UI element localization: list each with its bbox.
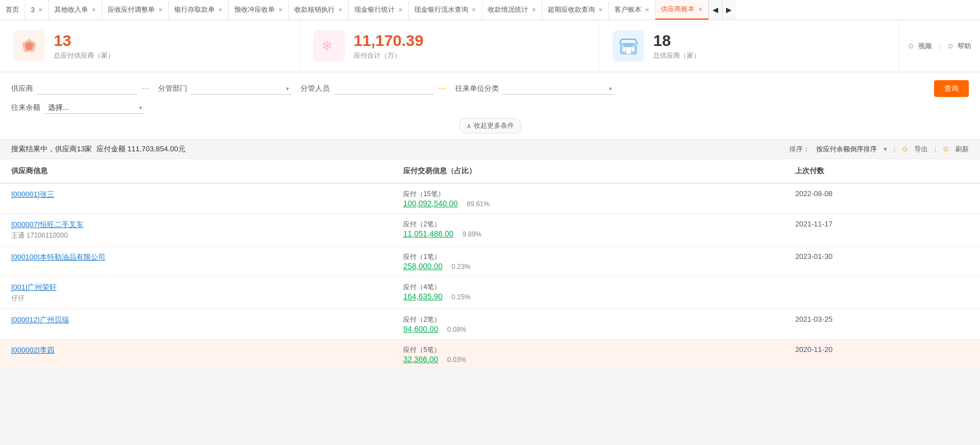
balance-select[interactable]: 选择...	[44, 101, 145, 114]
payable-total-amount: 11,170.39	[354, 31, 424, 50]
supplier-dots-icon[interactable]: ···	[142, 84, 149, 94]
supplier-link[interactable]: [001]广州荣轩	[11, 283, 57, 291]
tx-info-cell: 应付（2笔）94,600.000.08%	[392, 309, 784, 340]
nav-tab-bank-deposit[interactable]: 银行存取款单 ✕	[169, 0, 229, 20]
table-row: [000007]恒旺二手叉车王通 17106110000应付（2笔）11,051…	[0, 214, 980, 247]
close-icon[interactable]: ✕	[398, 7, 403, 13]
collapse-btn-label: 收起更多条件	[474, 121, 514, 131]
tx-amount[interactable]: 11,051,486.00	[403, 229, 454, 238]
close-icon[interactable]: ✕	[278, 7, 283, 13]
balance-select-wrap: 选择...	[44, 101, 145, 114]
dept-filter-label: 分管部门	[158, 84, 187, 94]
supplier-input[interactable]	[36, 82, 137, 95]
video-link[interactable]: 视频	[918, 41, 932, 51]
summary-card-total-suppliers: 18 总供应商（家）	[599, 20, 899, 72]
last-pay-date: 2021-03-25	[795, 315, 833, 323]
tx-info-cell: 应付（1笔）258,000.000.23%	[392, 247, 784, 277]
tx-amount[interactable]: 32,366.00	[403, 355, 438, 364]
collapse-button[interactable]: ∧ 收起更多条件	[459, 118, 521, 133]
tx-amount[interactable]: 164,635.90	[403, 292, 442, 301]
filter-area: 供应商 ··· 分管部门 分管人员 ··· 往来单位分类 查询	[0, 72, 980, 140]
close-icon[interactable]: ✕	[598, 7, 603, 13]
help-links: ⊙ 视频 ｜ ⊙ 帮助	[899, 20, 980, 72]
result-bar: 搜索结果中，供应商13家 应付金额 111,703,854.00元 排序： 按应…	[0, 140, 980, 159]
nav-tab-receipt-verify[interactable]: 收款核销执行 ✕	[289, 0, 349, 20]
dept-select[interactable]	[191, 82, 292, 95]
close-icon[interactable]: ✕	[91, 7, 96, 13]
nav-tab-cash-bank-flow[interactable]: 现金银行流水查询 ✕	[409, 0, 482, 20]
person-input[interactable]	[333, 82, 434, 95]
category-select[interactable]	[502, 82, 614, 95]
circle-icon2: ⊙	[947, 42, 953, 50]
category-filter-label: 往来单位分类	[455, 84, 499, 94]
supplier-link[interactable]: [000012]广州贝瑞	[11, 316, 69, 324]
nav-tab-overdue-ar[interactable]: 超期应收款查询 ✕	[542, 0, 609, 20]
supplier-link[interactable]: [000001]张三	[11, 190, 54, 198]
tx-info-cell: 应付（4笔）164,635.900.15%	[392, 277, 784, 309]
help-link[interactable]: 帮助	[958, 41, 971, 51]
refresh-button[interactable]: 刷新	[955, 145, 969, 154]
table-row: [000002]李四应付（5笔）32,366.000.03%2020-11-20	[0, 340, 980, 370]
nav-tab-other-income[interactable]: 其他收入单 ✕	[49, 0, 102, 20]
category-filter: 往来单位分类	[455, 82, 614, 95]
supplier-info-cell: [000007]恒旺二手叉车王通 17106110000	[0, 214, 392, 247]
query-button[interactable]: 查询	[934, 80, 969, 97]
category-select-wrap	[502, 82, 614, 95]
nav-tab-home[interactable]: 首页	[0, 0, 25, 20]
svg-rect-6	[623, 47, 626, 51]
close-icon[interactable]: ✕	[531, 7, 536, 13]
sort-down-icon[interactable]: ▾	[884, 145, 887, 153]
payable-supplier-label: 总应付供应商（家）	[54, 51, 114, 61]
close-icon[interactable]: ✕	[698, 6, 702, 12]
nav-tab-customer-ledger[interactable]: 客户账本 ✕	[609, 0, 655, 20]
person-dots-icon[interactable]: ···	[438, 84, 446, 94]
tx-type-label: 应付（2笔）	[403, 220, 773, 229]
person-filter: 分管人员 ···	[301, 82, 446, 95]
nav-tab-ar-ap-adjust[interactable]: 应收应付调整单 ✕	[102, 0, 169, 20]
nav-tab-receipt-stat[interactable]: 收款情况统计 ✕	[482, 0, 542, 20]
tx-info-cell: 应付（2笔）11,051,486.009.89%	[392, 214, 784, 247]
nav-tab-other-income-label: 其他收入单	[54, 5, 88, 15]
tx-percentage: 9.89%	[463, 230, 482, 238]
nav-tab-supplier-ledger[interactable]: 供应商账本 ✕	[655, 0, 709, 20]
supplier-link[interactable]: [000002]李四	[11, 346, 54, 354]
export-icon: ⊙	[902, 145, 908, 153]
filter-row-1: 供应商 ··· 分管部门 分管人员 ··· 往来单位分类 查询	[11, 80, 969, 97]
table-row: [000012]广州贝瑞应付（2笔）94,600.000.08%2021-03-…	[0, 309, 980, 340]
chevron-up-icon: ∧	[466, 122, 471, 130]
supplier-info-cell: [000100]本特勒油品有限公司	[0, 247, 392, 277]
nav-tab-prepay-ar[interactable]: 预收冲应收单 ✕	[229, 0, 289, 20]
payable-supplier-count: 13	[54, 31, 114, 50]
nav-tab-cash-bank-stat[interactable]: 现金银行统计 ✕	[349, 0, 409, 20]
balance-filter-label: 往来余额	[11, 103, 40, 113]
nav-tab-bank-deposit-label: 银行存取款单	[174, 5, 215, 15]
supplier-table: 供应商信息 应付交易信息（占比） 上次付数 [000001]张三应付（15笔）1…	[0, 159, 980, 370]
nav-tab-3[interactable]: 3 ✕	[25, 0, 49, 20]
nav-tab-receipt-stat-label: 收款情况统计	[488, 5, 528, 15]
last-pay-cell: 2021-03-25	[784, 309, 980, 340]
close-icon[interactable]: ✕	[471, 7, 476, 13]
close-icon[interactable]: ✕	[338, 7, 343, 13]
nav-tab-receipt-verify-label: 收款核销执行	[294, 5, 335, 15]
nav-prev-button[interactable]: ◀	[709, 0, 722, 20]
nav-tab-overdue-ar-label: 超期应收款查询	[548, 5, 595, 15]
close-icon[interactable]: ✕	[158, 7, 163, 13]
close-icon[interactable]: ✕	[38, 7, 43, 13]
supplier-link[interactable]: [000007]恒旺二手叉车	[11, 220, 84, 229]
tx-amount[interactable]: 258,000.00	[403, 262, 442, 271]
supplier-link[interactable]: [000100]本特勒油品有限公司	[11, 253, 105, 261]
summary-bar: 13 总应付供应商（家） ❄ 11,170.39 应付合计（万） 18 总供应商…	[0, 20, 980, 72]
circle-icon: ⊙	[908, 42, 914, 50]
nav-next-button[interactable]: ▶	[722, 0, 736, 20]
export-button[interactable]: 导出	[914, 145, 928, 154]
tx-percentage: 0.03%	[447, 356, 466, 364]
tx-amount[interactable]: 94,600.00	[403, 325, 438, 333]
close-icon[interactable]: ✕	[218, 7, 223, 13]
nav-tab-cash-bank-flow-label: 现金银行流水查询	[414, 5, 468, 15]
tx-amount[interactable]: 100,092,540.00	[403, 199, 457, 208]
supplier-table-container: 供应商信息 应付交易信息（占比） 上次付数 [000001]张三应付（15笔）1…	[0, 159, 980, 370]
nav-tab-home-label: 首页	[6, 5, 19, 15]
sort-selector[interactable]: 按应付余额倒序排序	[816, 145, 877, 154]
last-pay-cell: 2021-11-17	[784, 214, 980, 247]
close-icon[interactable]: ✕	[645, 7, 649, 13]
